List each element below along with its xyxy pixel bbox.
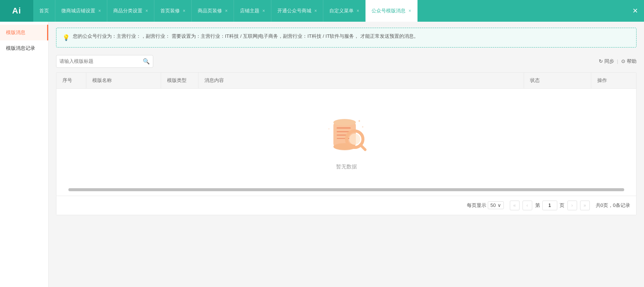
pagination: 每页显示 50 ∨ « ‹ 第 页 › (56, 196, 636, 215)
sidebar-item-template-msg-record[interactable]: 模版消息记录 (0, 40, 48, 56)
page-size-selector[interactable]: 每页显示 50 ∨ (467, 201, 503, 209)
nav-tab-open-mall[interactable]: 开通公众号商城× (271, 0, 323, 22)
svg-line-10 (360, 145, 365, 150)
sidebar: 模版消息模版消息记录 (0, 22, 49, 287)
nav-tab-wshop-setting[interactable]: 微商城店铺设置× (55, 0, 107, 22)
col-num: 序号 (56, 73, 86, 88)
close-tab-icon[interactable]: × (357, 8, 359, 13)
close-tab-icon[interactable]: × (409, 8, 411, 13)
help-icon: ⊙ (621, 58, 625, 64)
close-all-button[interactable]: ✕ (626, 7, 644, 15)
data-table: 序号 模版名称 模版类型 消息内容 状态 操作 (56, 72, 637, 215)
horizontal-scrollbar-thumb[interactable] (68, 188, 624, 191)
main-layout: 模版消息模版消息记录 💡 您的公众号行业为：主营行业：，副营行业： 需要设置为：… (0, 22, 644, 287)
svg-point-2 (333, 119, 356, 126)
first-page-button[interactable]: « (510, 201, 520, 210)
nav-tab-homepage-decor[interactable]: 首页装修× (154, 0, 192, 22)
last-page-button[interactable]: » (580, 201, 590, 210)
content-area: 💡 您的公众号行业为：主营行业：，副营行业： 需要设置为：主营行业：IT科技 /… (49, 22, 644, 287)
lightbulb-icon: 💡 (62, 33, 70, 43)
svg-text:✦: ✦ (361, 125, 364, 129)
sync-icon: ↻ (599, 58, 603, 64)
col-action: 操作 (591, 73, 636, 88)
svg-text:✦: ✦ (328, 128, 330, 130)
nav-tab-shop-theme[interactable]: 店铺主题× (234, 0, 271, 22)
prev-page-button[interactable]: ‹ (523, 201, 532, 210)
nav-tabs-container: 首页微商城店铺设置×商品分类设置×首页装修×商品页装修×店铺主题×开通公众号商城… (33, 0, 626, 22)
current-page-input[interactable] (542, 201, 557, 210)
search-input[interactable] (59, 58, 143, 64)
search-icon[interactable]: 🔍 (143, 58, 150, 65)
col-name: 模版名称 (86, 73, 161, 88)
notice-text: 您的公众号行业为：主营行业：，副营行业： 需要设置为：主营行业：IT科技 / 互… (73, 33, 419, 40)
sync-button[interactable]: ↻ 同步 (599, 58, 614, 65)
search-bar: 🔍 ↻ 同步 | ⊙ 帮助 (56, 55, 637, 68)
close-tab-icon[interactable]: × (314, 8, 317, 13)
table-header: 序号 模版名称 模版类型 消息内容 状态 操作 (56, 73, 636, 89)
next-page-button[interactable]: › (567, 201, 577, 210)
help-button[interactable]: ⊙ 帮助 (621, 58, 637, 65)
page-size-dropdown[interactable]: 50 ∨ (488, 201, 503, 209)
col-status: 状态 (524, 73, 591, 88)
empty-text: 暂无数据 (336, 164, 357, 170)
horizontal-scrollbar-area[interactable] (56, 185, 636, 196)
empty-illustration: ✦ ✦ ✦ (324, 111, 369, 156)
svg-text:✦: ✦ (358, 119, 361, 123)
close-tab-icon[interactable]: × (262, 8, 265, 13)
nav-tab-home[interactable]: 首页 (33, 0, 55, 22)
col-content: 消息内容 (198, 73, 524, 88)
app-logo: Ai (0, 0, 33, 22)
close-tab-icon[interactable]: × (98, 8, 101, 13)
close-tab-icon[interactable]: × (183, 8, 185, 13)
nav-tab-category-setting[interactable]: 商品分类设置× (107, 0, 154, 22)
search-input-wrapper[interactable]: 🔍 (56, 55, 153, 68)
svg-point-9 (349, 134, 360, 145)
nav-tab-template-msg[interactable]: 公众号模版消息× (366, 0, 417, 22)
page-input-group: 第 页 (535, 201, 564, 210)
empty-state: ✦ ✦ ✦ 暂无数据 (56, 89, 636, 185)
sidebar-item-template-msg[interactable]: 模版消息 (0, 25, 48, 40)
notice-box: 💡 您的公众号行业为：主营行业：，副营行业： 需要设置为：主营行业：IT科技 /… (56, 28, 637, 48)
nav-tab-custom-menu[interactable]: 自定义菜单× (323, 0, 366, 22)
col-type: 模版类型 (161, 73, 198, 88)
search-actions: ↻ 同步 | ⊙ 帮助 (599, 58, 637, 65)
nav-tab-product-decor[interactable]: 商品页装修× (192, 0, 234, 22)
close-tab-icon[interactable]: × (225, 8, 228, 13)
vertical-divider: | (617, 58, 618, 64)
top-navbar: Ai 首页微商城店铺设置×商品分类设置×首页装修×商品页装修×店铺主题×开通公众… (0, 0, 644, 22)
horizontal-scrollbar-track[interactable] (68, 188, 624, 191)
chevron-down-icon: ∨ (497, 202, 501, 208)
close-tab-icon[interactable]: × (145, 8, 148, 13)
total-record-text: 共0页，0条记录 (596, 202, 630, 209)
